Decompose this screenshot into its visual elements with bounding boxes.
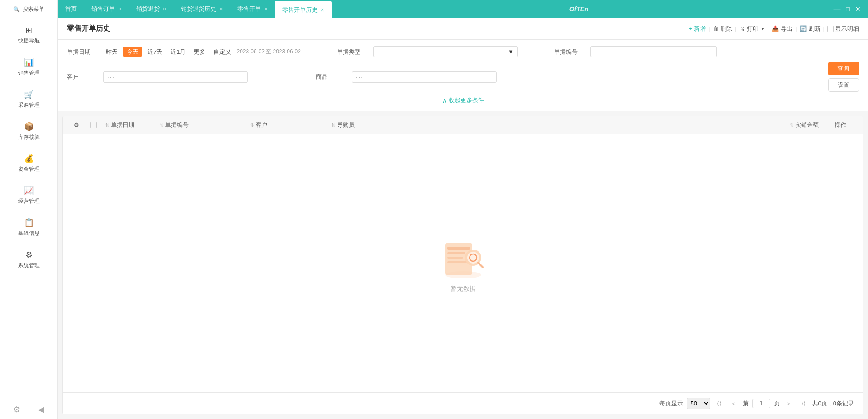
show-detail-toggle[interactable]: 显示明细 bbox=[827, 25, 859, 33]
close-button[interactable]: ✕ bbox=[855, 5, 861, 13]
doc-no-label: 单据编号 bbox=[554, 48, 581, 56]
tabs-bar: 首页 销售订单 ✕ 销货退货 ✕ 销货退货历史 ✕ 零售开单 ✕ 零售开单历史 … bbox=[58, 0, 868, 18]
svg-rect-4 bbox=[447, 257, 463, 259]
export-button[interactable]: 📤 导出 bbox=[772, 25, 792, 33]
settings-button[interactable]: 设置 bbox=[828, 78, 859, 92]
date-opt-last7[interactable]: 近7天 bbox=[145, 47, 165, 57]
per-page-label: 每页显示 bbox=[659, 400, 683, 408]
settings-bottom-icon[interactable]: ⚙ bbox=[13, 405, 20, 414]
th-checkbox[interactable] bbox=[85, 122, 102, 128]
tab-sales-order[interactable]: 销售订单 ✕ bbox=[84, 0, 129, 18]
sidebar-item-inventory[interactable]: 📦 库存核算 bbox=[0, 115, 57, 147]
print-icon: 🖨 bbox=[739, 25, 745, 32]
operation-icon: 📈 bbox=[24, 186, 34, 196]
goods-label: 商品 bbox=[316, 73, 343, 81]
data-table: ⚙ ⇅ 单据日期 ⇅ 单据编号 ⇅ 客户 ⇅ bbox=[62, 116, 863, 414]
empty-text: 暂无数据 bbox=[451, 285, 476, 293]
maximize-button[interactable]: □ bbox=[846, 5, 850, 13]
table-settings-icon[interactable]: ⚙ bbox=[74, 122, 79, 128]
page-suffix: 页 bbox=[774, 400, 780, 408]
print-button[interactable]: 🖨 打印 ▼ bbox=[739, 25, 765, 33]
first-page-button[interactable]: ⟨⟨ bbox=[714, 398, 725, 409]
query-button[interactable]: 查询 bbox=[828, 62, 859, 75]
tab-retail-open-history[interactable]: 零售开单历史 ✕ bbox=[275, 1, 332, 19]
last-page-button[interactable]: ⟩⟩ bbox=[798, 398, 809, 409]
svg-rect-3 bbox=[447, 252, 465, 254]
next-page-button[interactable]: ＞ bbox=[783, 398, 794, 409]
date-opt-custom[interactable]: 自定义 bbox=[211, 47, 234, 57]
checkbox-show-detail[interactable] bbox=[827, 26, 834, 32]
date-opt-yesterday[interactable]: 昨天 bbox=[103, 47, 120, 57]
th-date[interactable]: ⇅ 单据日期 bbox=[102, 121, 156, 129]
tab-home[interactable]: 首页 bbox=[58, 0, 84, 18]
sidebar: 🔍 搜索菜单 ⊞ 快捷导航 📊 销售管理 🛒 采购管理 📦 库存核算 💰 资金管… bbox=[0, 0, 58, 419]
sidebar-item-label: 基础信息 bbox=[18, 230, 40, 237]
doc-type-label: 单据类型 bbox=[337, 48, 364, 56]
tab-sales-return[interactable]: 销货退货 ✕ bbox=[129, 0, 174, 18]
refresh-button[interactable]: 🔄 刷新 bbox=[800, 25, 821, 33]
tab-sales-return-history[interactable]: 销货退货历史 ✕ bbox=[174, 0, 230, 18]
per-page-select[interactable]: 50 20 100 bbox=[687, 398, 710, 409]
tab-sales-order-close[interactable]: ✕ bbox=[118, 6, 122, 12]
select-all-checkbox[interactable] bbox=[90, 122, 97, 128]
tab-home-label: 首页 bbox=[65, 5, 77, 13]
doc-no-input[interactable] bbox=[590, 46, 717, 57]
tab-retail-open[interactable]: 零售开单 ✕ bbox=[230, 0, 275, 18]
goods-select[interactable]: ··· bbox=[352, 71, 497, 83]
sort-icon: ⇅ bbox=[160, 122, 163, 127]
sort-icon: ⇅ bbox=[250, 122, 254, 127]
delete-button[interactable]: 🗑 删除 bbox=[713, 25, 732, 33]
doc-type-select[interactable]: ▼ bbox=[373, 46, 518, 57]
th-customer[interactable]: ⇅ 客户 bbox=[247, 121, 328, 129]
date-opt-last1month[interactable]: 近1月 bbox=[168, 47, 188, 57]
th-settings[interactable]: ⚙ bbox=[67, 122, 85, 128]
sidebar-item-basic-info[interactable]: 📋 基础信息 bbox=[0, 212, 57, 244]
sidebar-item-label: 资金管理 bbox=[18, 165, 40, 173]
collapse-sidebar-icon[interactable]: ◀ bbox=[38, 405, 44, 414]
query-settings-group: 查询 设置 bbox=[828, 62, 859, 92]
inventory-icon: 📦 bbox=[24, 122, 34, 132]
collapse-filter-button[interactable]: ∧ 收起更多条件 bbox=[67, 96, 859, 104]
add-button[interactable]: + 新增 bbox=[689, 25, 706, 33]
th-no[interactable]: ⇅ 单据编号 bbox=[156, 121, 247, 129]
sys-icon: ⚙ bbox=[25, 250, 33, 260]
main-area: 首页 销售订单 ✕ 销货退货 ✕ 销货退货历史 ✕ 零售开单 ✕ 零售开单历史 … bbox=[58, 0, 868, 419]
prev-page-button[interactable]: ＜ bbox=[728, 398, 739, 409]
th-amount[interactable]: ⇅ 实销金额 bbox=[768, 121, 822, 129]
svg-line-8 bbox=[478, 263, 483, 267]
tab-sales-return-history-close[interactable]: ✕ bbox=[219, 6, 223, 12]
sidebar-item-label: 经营管理 bbox=[18, 198, 40, 205]
tab-sales-return-close[interactable]: ✕ bbox=[162, 6, 166, 12]
page-number-input[interactable]: 1 bbox=[752, 399, 770, 408]
sidebar-search[interactable]: 🔍 搜索菜单 bbox=[0, 0, 57, 19]
empty-state: 暂无数据 bbox=[63, 134, 863, 392]
basic-info-icon: 📋 bbox=[24, 218, 34, 228]
sidebar-item-operation[interactable]: 📈 经营管理 bbox=[0, 179, 57, 212]
customer-dots: ··· bbox=[107, 74, 115, 80]
brand-label: OfTEn bbox=[569, 5, 588, 13]
table-header: ⚙ ⇅ 单据日期 ⇅ 单据编号 ⇅ 客户 ⇅ bbox=[63, 116, 863, 134]
tab-sales-return-label: 销货退货 bbox=[136, 5, 160, 13]
filter-row-1: 单据日期 昨天 今天 近7天 近1月 更多 自定义 2023-06-02 至 2… bbox=[67, 46, 859, 57]
customer-select[interactable]: ··· bbox=[103, 71, 248, 83]
date-opt-more[interactable]: 更多 bbox=[191, 47, 208, 57]
sidebar-item-sys-mgmt[interactable]: ⚙ 系统管理 bbox=[0, 244, 57, 276]
minimize-button[interactable]: — bbox=[834, 5, 841, 13]
sales-icon: 📊 bbox=[24, 57, 34, 67]
tab-retail-open-close[interactable]: ✕ bbox=[264, 6, 268, 12]
refresh-icon: 🔄 bbox=[800, 25, 807, 32]
sidebar-item-sales-mgmt[interactable]: 📊 销售管理 bbox=[0, 51, 57, 83]
date-options: 昨天 今天 近7天 近1月 更多 自定义 2023-06-02 至 2023-0… bbox=[103, 47, 301, 57]
page-label: 第 bbox=[743, 400, 749, 408]
sidebar-item-quick-nav[interactable]: ⊞ 快捷导航 bbox=[0, 19, 57, 51]
date-opt-today[interactable]: 今天 bbox=[123, 47, 142, 57]
empty-illustration bbox=[436, 234, 490, 279]
sidebar-item-finance[interactable]: 💰 资金管理 bbox=[0, 147, 57, 179]
sidebar-item-purchase-mgmt[interactable]: 🛒 采购管理 bbox=[0, 83, 57, 115]
sidebar-item-label: 快捷导航 bbox=[18, 37, 40, 45]
th-salesman[interactable]: ⇅ 导购员 bbox=[328, 121, 768, 129]
dropdown-icon: ▼ bbox=[508, 48, 514, 55]
sidebar-bottom: ⚙ ◀ bbox=[0, 400, 57, 419]
tab-retail-open-history-close[interactable]: ✕ bbox=[320, 7, 324, 13]
quick-nav-icon: ⊞ bbox=[25, 25, 32, 35]
